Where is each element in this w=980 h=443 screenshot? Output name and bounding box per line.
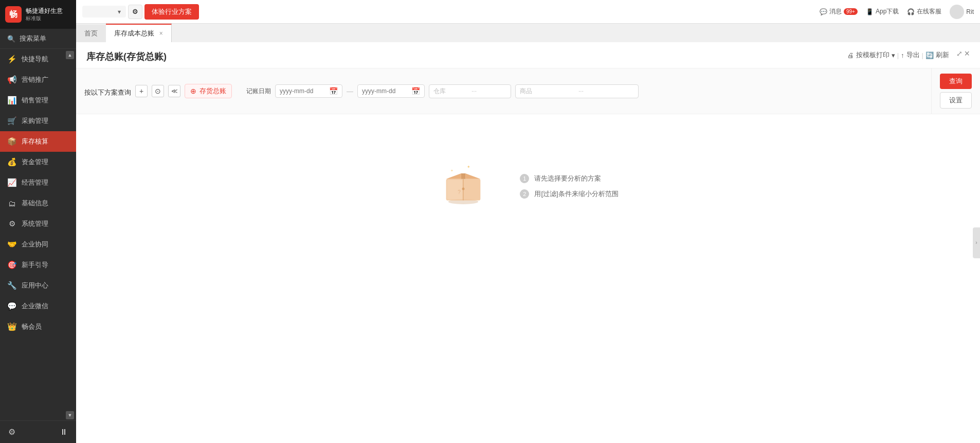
- printer-icon: 🖨: [847, 51, 854, 59]
- settings-icon[interactable]: ⚙: [8, 427, 15, 437]
- date-separator: —: [347, 87, 353, 95]
- sidebar-item-system[interactable]: ⚙ 系统管理: [0, 214, 76, 234]
- enterprise-icon: 🤝: [7, 240, 16, 249]
- gear-icon: ⚙: [132, 8, 138, 15]
- sidebar-scroll-up[interactable]: ▲: [66, 51, 74, 59]
- expand-icon[interactable]: ⤢: [956, 49, 963, 58]
- tab-inventory-ledger[interactable]: 库存成本总账 ×: [106, 24, 172, 42]
- sidebar: 畅 畅捷通好生意 标准版 🔍 搜索菜单 ▲ ⚡ 快捷导航 📢 营销推广 📊 销售…: [0, 0, 76, 443]
- tab-close-btn[interactable]: ×: [159, 30, 163, 37]
- operation-icon: 📈: [7, 178, 16, 187]
- sidebar-nav: ⚡ 快捷导航 📢 营销推广 📊 销售管理 🛒 采购管理 📦 库存核算 💰 资金管…: [0, 49, 76, 410]
- right-edge-expand-btn[interactable]: ›: [973, 227, 980, 258]
- filter-add-btn[interactable]: +: [135, 85, 148, 97]
- empty-tips: 1 请先选择要分析的方案 2 用[过滤]条件来缩小分析范围: [520, 174, 618, 199]
- export-icon: ↑: [901, 51, 904, 59]
- app-logo-text: 畅捷通好生意 标准版: [26, 7, 63, 22]
- filter-collapse-btn[interactable]: ≪: [168, 85, 180, 97]
- sidebar-item-guide[interactable]: 🎯 新手引导: [0, 255, 76, 275]
- product-selector[interactable]: 商品 ···: [515, 84, 639, 98]
- product-more-icon: ···: [578, 87, 634, 95]
- message-icon: 💬: [820, 8, 827, 15]
- sidebar-item-basic-info[interactable]: 🗂 基础信息: [0, 193, 76, 214]
- page-header: 库存总账(存货总账) 🖨 按模板打印 ▾ | ↑ 导出 | 🔄 刷新 ×: [76, 42, 980, 68]
- scheme-icon: ⊕: [190, 87, 196, 95]
- user-name: Rit: [966, 8, 974, 15]
- app-download-btn[interactable]: 📱 App下载: [866, 7, 899, 16]
- online-service-btn[interactable]: 🎧 在线客服: [907, 7, 941, 16]
- purchase-icon: 🛒: [7, 116, 16, 126]
- export-btn[interactable]: ↑ 导出: [901, 50, 920, 60]
- quick-nav-icon: ⚡: [7, 55, 16, 64]
- sidebar-item-quick-nav[interactable]: ⚡ 快捷导航: [0, 49, 76, 69]
- date-label: 记账日期: [246, 87, 271, 96]
- basic-info-icon: 🗂: [7, 199, 16, 208]
- sidebar-item-operation[interactable]: 📈 经营管理: [0, 172, 76, 193]
- app-logo-icon: 畅: [5, 6, 22, 23]
- topbar-nav[interactable]: ▾: [82, 6, 126, 17]
- calendar-end-icon[interactable]: 📅: [411, 87, 420, 95]
- filter-bar: 按以下方案查询 + ⊙ ≪ ⊕ 存货总账 记账日期 📅 —: [76, 68, 980, 114]
- sidebar-item-sales[interactable]: 📊 销售管理: [0, 90, 76, 111]
- date-end-input[interactable]: [362, 87, 408, 95]
- message-btn[interactable]: 💬 消息 99+: [820, 7, 858, 16]
- tip-item-2: 2 用[过滤]条件来缩小分析范围: [520, 189, 618, 199]
- sidebar-item-inventory[interactable]: 📦 库存核算: [0, 131, 76, 152]
- sidebar-logo: 畅 畅捷通好生意 标准版: [0, 0, 76, 29]
- topbar: ▾ ⚙ 体验行业方案 💬 消息 99+ 📱 App下载 🎧 在线客服: [76, 0, 980, 24]
- sidebar-item-wecom[interactable]: 💬 企业微信: [0, 296, 76, 316]
- tab-home[interactable]: 首页: [76, 25, 106, 42]
- speaker-icon[interactable]: ⏸: [60, 428, 68, 437]
- empty-box-icon: ? ✦ ✦: [438, 155, 489, 207]
- filter-label: 按以下方案查询: [84, 85, 131, 97]
- filter-scheme-item[interactable]: ⊕ 存货总账: [185, 84, 232, 98]
- tip-num-1: 1: [520, 174, 529, 183]
- settings-btn[interactable]: 设置: [940, 92, 972, 109]
- sidebar-item-purchase[interactable]: 🛒 采购管理: [0, 111, 76, 131]
- refresh-btn[interactable]: 🔄 刷新: [925, 50, 949, 60]
- sidebar-bottom: ⚙ ⏸: [0, 420, 76, 443]
- warehouse-selector[interactable]: 仓库 ···: [429, 84, 511, 98]
- main-area: ▾ ⚙ 体验行业方案 💬 消息 99+ 📱 App下载 🎧 在线客服: [76, 0, 980, 443]
- print-btn[interactable]: 🖨 按模板打印 ▾: [847, 50, 895, 60]
- calendar-start-icon[interactable]: 📅: [329, 87, 338, 95]
- filter-action-btns: 查询 设置: [931, 68, 980, 114]
- sidebar-item-enterprise[interactable]: 🤝 企业协同: [0, 234, 76, 255]
- date-start-input[interactable]: [280, 87, 326, 95]
- sidebar-scroll-down[interactable]: ▼: [66, 411, 74, 419]
- date-end-picker[interactable]: 📅: [357, 84, 425, 98]
- sales-icon: 📊: [7, 96, 16, 105]
- close-panel-btn[interactable]: ×: [964, 48, 970, 59]
- query-btn[interactable]: 查询: [940, 74, 972, 89]
- svg-rect-2: [461, 173, 465, 179]
- user-avatar-area[interactable]: Rit: [950, 5, 974, 19]
- date-field-group: 记账日期 📅 — 📅: [246, 84, 425, 98]
- message-badge: 99+: [844, 8, 858, 15]
- empty-icon-container: ? ✦ ✦: [438, 155, 499, 217]
- date-start-picker[interactable]: 📅: [275, 84, 342, 98]
- svg-text:?: ?: [458, 189, 461, 195]
- industry-btn[interactable]: 体验行业方案: [144, 4, 199, 20]
- sidebar-item-marketing[interactable]: 📢 营销推广: [0, 69, 76, 90]
- search-icon: 🔍: [7, 35, 15, 43]
- empty-state: ? ✦ ✦ 1 请先选择要分析的方案 2 用[过滤]条件来缩小分析范围: [76, 114, 980, 258]
- filter-circle-btn[interactable]: ⊙: [152, 85, 164, 97]
- mobile-icon: 📱: [866, 8, 874, 15]
- sidebar-item-app-center[interactable]: 🔧 应用中心: [0, 275, 76, 296]
- topbar-right: 💬 消息 99+ 📱 App下载 🎧 在线客服 Rit: [820, 5, 974, 19]
- marketing-icon: 📢: [7, 75, 16, 84]
- svg-point-5: [462, 188, 465, 190]
- refresh-icon: 🔄: [925, 51, 934, 59]
- svg-text:✦: ✦: [450, 169, 453, 172]
- tip-item-1: 1 请先选择要分析的方案: [520, 174, 618, 183]
- filter-inner: 按以下方案查询 + ⊙ ≪ ⊕ 存货总账 记账日期 📅 —: [76, 68, 931, 114]
- sidebar-item-finance[interactable]: 💰 资金管理: [0, 152, 76, 172]
- nav-dropdown-icon: ▾: [118, 8, 121, 15]
- topbar-breadcrumb: ▾ ⚙ 体验行业方案: [82, 4, 815, 20]
- topbar-settings-btn[interactable]: ⚙: [128, 5, 142, 19]
- sidebar-search[interactable]: 🔍 搜索菜单: [0, 29, 76, 49]
- sidebar-item-member[interactable]: 👑 畅会员: [0, 316, 76, 337]
- nav-placeholder: [87, 8, 116, 15]
- system-icon: ⚙: [7, 219, 16, 228]
- guide-icon: 🎯: [7, 260, 16, 270]
